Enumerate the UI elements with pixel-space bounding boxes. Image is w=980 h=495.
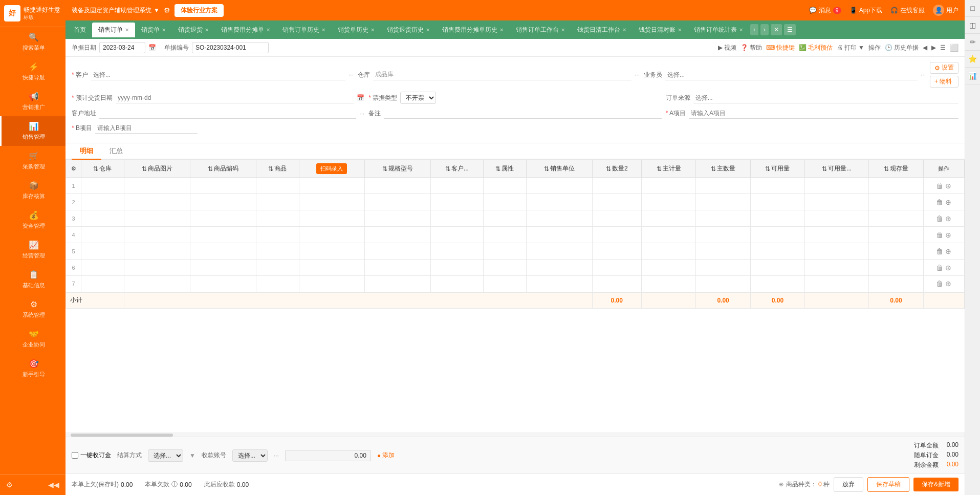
row-cell-warehouse[interactable]: [81, 178, 124, 194]
tab-close-icon[interactable]: ✕: [499, 27, 504, 33]
row-cell-available[interactable]: [750, 276, 804, 292]
col-available2[interactable]: ⇅可用量...: [805, 160, 869, 178]
row-cell-attr[interactable]: [483, 194, 526, 210]
row-cell-main_qty[interactable]: [696, 243, 750, 260]
row-cell-unit[interactable]: [526, 260, 592, 276]
row-cell-image[interactable]: [124, 210, 190, 227]
tab-close-icon[interactable]: ✕: [266, 27, 270, 33]
col-warehouse[interactable]: ⇅仓库: [81, 160, 124, 178]
row-cell-available[interactable]: [750, 243, 804, 260]
row-cell-image[interactable]: [124, 178, 190, 194]
right-btn-1[interactable]: □: [965, 0, 980, 17]
row-cell-warehouse[interactable]: [81, 227, 124, 243]
row-cell-main_qty[interactable]: [696, 276, 750, 292]
row-cell-scan[interactable]: [299, 243, 365, 260]
row-cell-customer_code[interactable]: [431, 194, 484, 210]
col-stock[interactable]: ⇅现存量: [869, 160, 923, 178]
row-delete-icon[interactable]: 🗑: [936, 247, 943, 255]
history-btn[interactable]: 🕒 历史单据: [885, 44, 919, 52]
tab-钱货日清工作台[interactable]: 钱货日清工作台✕: [571, 23, 633, 37]
row-cell-spec[interactable]: [365, 194, 431, 210]
row-cell-main_unit[interactable]: [642, 260, 696, 276]
row-cell-image[interactable]: [124, 276, 190, 292]
col-sort-image[interactable]: ⇅商品图片: [126, 164, 188, 173]
tab-销售订单历史[interactable]: 销售订单历史✕: [276, 23, 332, 37]
col-image[interactable]: ⇅商品图片: [124, 160, 190, 178]
customer-input[interactable]: [91, 70, 345, 80]
row-cell-code[interactable]: [190, 178, 256, 194]
row-cell-stock[interactable]: [869, 227, 923, 243]
row-cell-stock[interactable]: [869, 260, 923, 276]
row-cell-scan[interactable]: [299, 276, 365, 292]
address-dots[interactable]: ···: [359, 110, 364, 117]
row-cell-customer_code[interactable]: [431, 210, 484, 227]
row-delete-icon[interactable]: 🗑: [936, 264, 943, 272]
tab-销售订单工作台[interactable]: 销售订单工作台✕: [510, 23, 571, 37]
sidebar-item-新手引导[interactable]: 🎯新手引导: [0, 354, 66, 383]
row-cell-available2[interactable]: [805, 276, 869, 292]
table-container[interactable]: ⚙⇅仓库⇅商品图片⇅商品编码⇅商品扫码录入⇅规格型号⇅客户...⇅属性⇅销售单位…: [66, 160, 965, 433]
row-cell-available2[interactable]: [805, 178, 869, 194]
row-delete-icon[interactable]: 🗑: [936, 182, 943, 190]
row-cell-available[interactable]: [750, 227, 804, 243]
row-cell-main_qty[interactable]: [696, 210, 750, 227]
row-copy-icon[interactable]: ⊕: [945, 214, 951, 223]
row-cell-main_unit[interactable]: [642, 276, 696, 292]
row-cell-scan[interactable]: [299, 210, 365, 227]
row-cell-code[interactable]: [190, 260, 256, 276]
customer-dots[interactable]: ···: [349, 71, 354, 78]
subtab-汇总[interactable]: 汇总: [101, 143, 131, 160]
row-cell-stock[interactable]: [869, 194, 923, 210]
row-cell-name[interactable]: [256, 178, 299, 194]
col-main_unit[interactable]: ⇅主计量: [642, 160, 696, 178]
row-cell-main_unit[interactable]: [642, 178, 696, 194]
row-cell-name[interactable]: [256, 243, 299, 260]
order-source-input[interactable]: [693, 93, 959, 103]
row-cell-name[interactable]: [256, 210, 299, 227]
row-cell-main_unit[interactable]: [642, 194, 696, 210]
col-sort-customer_code[interactable]: ⇅客户...: [433, 164, 481, 173]
row-cell-unit[interactable]: [526, 210, 592, 227]
row-cell-available2[interactable]: [805, 260, 869, 276]
address-input[interactable]: [99, 108, 356, 119]
right-btn-4[interactable]: ⭐: [965, 51, 980, 68]
row-cell-attr[interactable]: [483, 260, 526, 276]
row-cell-image[interactable]: [124, 194, 190, 210]
add-btn[interactable]: ● 添加: [377, 451, 395, 460]
tab-close-icon[interactable]: ✕: [739, 27, 743, 33]
col-spec[interactable]: ⇅规格型号: [365, 160, 431, 178]
row-cell-attr[interactable]: [483, 276, 526, 292]
row-cell-stock[interactable]: [869, 276, 923, 292]
row-cell-available[interactable]: [750, 210, 804, 227]
col-sort-main_unit[interactable]: ⇅主计量: [644, 164, 693, 173]
row-cell-main_qty[interactable]: [696, 194, 750, 210]
row-cell-available[interactable]: [750, 194, 804, 210]
row-copy-icon[interactable]: ⊕: [945, 247, 951, 255]
row-cell-unit[interactable]: [526, 276, 592, 292]
col-name[interactable]: ⇅商品: [256, 160, 299, 178]
settings-btn[interactable]: ⚙ 设置: [930, 62, 959, 74]
note-input[interactable]: [384, 108, 661, 119]
sidebar-item-搜索菜单[interactable]: 🔍搜索菜单: [0, 27, 66, 57]
sidebar-item-销售管理[interactable]: 📊销售管理: [0, 116, 66, 146]
row-cell-customer_code[interactable]: [431, 260, 484, 276]
row-cell-main_unit[interactable]: [642, 210, 696, 227]
row-cell-attr[interactable]: [483, 243, 526, 260]
row-cell-main_qty[interactable]: [696, 178, 750, 194]
sidebar-item-基础信息[interactable]: 📋基础信息: [0, 265, 66, 294]
right-btn-3[interactable]: ✏: [965, 34, 980, 51]
tab-close-icon[interactable]: ✕: [205, 27, 209, 33]
col-qty2[interactable]: ⇅数量2: [592, 160, 641, 178]
row-cell-available2[interactable]: [805, 227, 869, 243]
row-cell-attr[interactable]: [483, 227, 526, 243]
tab-close-icon[interactable]: ✕: [622, 27, 626, 33]
row-delete-icon[interactable]: 🗑: [936, 198, 943, 206]
tab-close-icon[interactable]: ✕: [162, 27, 166, 33]
col-sort-name[interactable]: ⇅商品: [258, 164, 297, 173]
salesperson-dots[interactable]: ···: [921, 71, 926, 78]
tab-销售费用分摊单[interactable]: 销售费用分摊单✕: [215, 23, 276, 37]
row-cell-scan[interactable]: [299, 194, 365, 210]
profit-btn[interactable]: 💹 毛利预估: [799, 44, 833, 52]
col-customer_code[interactable]: ⇅客户...: [431, 160, 484, 178]
row-cell-name[interactable]: [256, 260, 299, 276]
